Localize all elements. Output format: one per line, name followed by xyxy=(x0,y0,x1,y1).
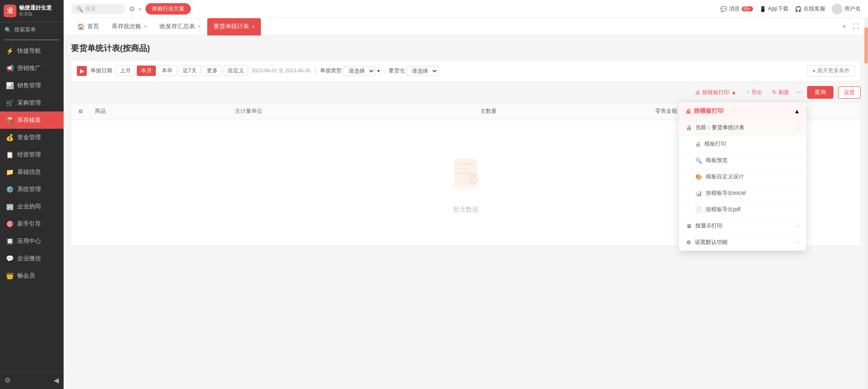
filter-toggle-button[interactable]: ▶ xyxy=(77,66,87,76)
tab-close-icon[interactable]: × xyxy=(252,24,254,29)
tab-close-icon[interactable]: × xyxy=(198,24,200,29)
sidebar-item-basic[interactable]: 📁 基础信息 xyxy=(0,163,64,181)
search-icon: 🔍 xyxy=(5,27,11,33)
tab-order-stats[interactable]: 要货单统计表 × xyxy=(207,18,261,35)
export-pdf-label: 按模板导出pdf xyxy=(706,206,741,213)
current-template-label: 当前：要货单统计表 xyxy=(695,124,744,131)
pdf-icon: 📄 xyxy=(695,207,702,213)
print-current-template[interactable]: 🖨 当前：要货单统计表 › xyxy=(679,120,806,136)
topbar-search[interactable]: 🔍 搜索 xyxy=(71,4,125,14)
settings-icon[interactable]: ⚙ xyxy=(5,376,10,384)
finance-icon: 💰 xyxy=(5,134,14,141)
date-btn-more[interactable]: 更多 xyxy=(203,66,222,76)
expand-icon: ▾ xyxy=(813,68,815,74)
template-export-pdf-item[interactable]: 📄 按模板导出pdf xyxy=(679,202,806,218)
set-default-item[interactable]: ⚙ 设置默认功能 › xyxy=(679,234,806,251)
settings-button[interactable]: 设置 xyxy=(838,86,861,99)
print-icon: 🖨 xyxy=(695,89,700,96)
date-btn-custom[interactable]: 自定义 xyxy=(224,66,248,76)
sidebar-item-sales[interactable]: 📊 销售管理 xyxy=(0,77,64,94)
table-header-settings[interactable]: ⚙ xyxy=(71,103,90,120)
customer-service-button[interactable]: 🎧 在线客服 xyxy=(795,5,825,13)
sidebar-item-apps[interactable]: 🔲 应用中心 xyxy=(0,232,64,250)
template-preview-item[interactable]: 🔍 模板预览 xyxy=(679,152,806,169)
expand-conditions-button[interactable]: ▾ 展开更多条件 xyxy=(808,65,855,76)
excel-icon: 📊 xyxy=(695,190,702,197)
sidebar-item-finance[interactable]: 💰 资金管理 xyxy=(0,129,64,146)
user-name: 用户名 xyxy=(844,5,861,13)
print-dropdown-header[interactable]: 🖨 按模板打印 ▲ xyxy=(679,102,806,120)
goods-label: 要货仓 xyxy=(389,67,405,75)
sidebar-item-quick-nav[interactable]: ⚡ 快捷导航 xyxy=(0,42,64,60)
export-label: 导出 xyxy=(751,89,762,96)
sidebar-item-member[interactable]: 👑 畅会员 xyxy=(0,267,64,284)
sidebar-item-system[interactable]: ⚙️ 系统管理 xyxy=(0,181,64,198)
date-btn-this-year[interactable]: 本年 xyxy=(158,66,177,76)
date-btn-7days[interactable]: 近7天 xyxy=(179,66,201,76)
search-menu[interactable]: 🔍 搜索菜单 xyxy=(0,22,64,37)
message-icon: 💬 xyxy=(720,6,727,12)
template-export-excel-item[interactable]: 📊 按模板导出excel xyxy=(679,185,806,202)
trial-button[interactable]: 体验行业方案 xyxy=(145,3,191,15)
quick-nav-icon: ⚡ xyxy=(5,47,14,55)
print-label: 按模板打印 xyxy=(702,89,729,96)
display-print-item[interactable]: 🖥 按显示打印 › xyxy=(679,218,806,234)
more-icon[interactable]: ··· xyxy=(797,88,803,96)
expand-label: 展开更多条件 xyxy=(817,67,850,75)
tab-close-window-icon[interactable]: × xyxy=(841,22,848,31)
sidebar-item-purchase[interactable]: 🛒 采购管理 xyxy=(0,94,64,111)
message-badge: 99+ xyxy=(742,6,753,11)
tab-close-icon[interactable]: × xyxy=(144,24,147,29)
sidebar-item-wechat[interactable]: 💬 企业微信 xyxy=(0,250,64,267)
operations-icon: 📋 xyxy=(5,151,14,158)
tab-home[interactable]: 🏠 首页 xyxy=(71,18,105,35)
headset-icon: 🎧 xyxy=(795,6,802,12)
message-button[interactable]: 💬 消息 99+ xyxy=(720,5,753,13)
collapse-icon[interactable]: ◀ xyxy=(54,376,59,384)
sidebar-item-operations[interactable]: 📋 经营管理 xyxy=(0,146,64,163)
tabs-right-controls: × ⛶ xyxy=(841,22,861,31)
tab-batch-account[interactable]: 库存批次账 × xyxy=(105,18,153,35)
sidebar-item-inventory[interactable]: 📦 库存核算 xyxy=(0,111,64,129)
sidebar-item-guide[interactable]: 🎯 新手引导 xyxy=(0,215,64,232)
sidebar-item-label: 采购管理 xyxy=(17,99,41,107)
display-print-label: 按显示打印 xyxy=(695,222,723,230)
export-button[interactable]: ↑ 导出 xyxy=(744,87,765,98)
query-button[interactable]: 查询 xyxy=(807,86,833,99)
system-icon: ⚙️ xyxy=(5,186,14,193)
sidebar-item-label: 销售管理 xyxy=(17,81,41,90)
goods-select[interactable]: 请选择 xyxy=(407,66,439,76)
tab-maximize-icon[interactable]: ⛶ xyxy=(851,22,861,31)
app-download-button[interactable]: 📱 App下载 xyxy=(759,5,788,13)
search-icon: 🔍 xyxy=(76,6,83,12)
template-print-icon: 🖨 xyxy=(695,141,701,147)
set-default-label: 设置默认功能 xyxy=(695,238,728,246)
template-print-item[interactable]: 🖨 模板打印 xyxy=(679,136,806,152)
user-avatar[interactable]: 用户名 xyxy=(832,4,861,15)
tab-receipt-summary[interactable]: 收发存汇总表 × xyxy=(153,18,207,35)
sidebar-item-label: 基础信息 xyxy=(17,168,41,176)
content-area: 要货单统计表(按商品) ▶ 单据日期 上月 本月 本年 近7天 更多 自定义 2… xyxy=(64,35,868,389)
collapse-icon: ▲ xyxy=(794,108,800,115)
topbar-gear-icon[interactable]: ⚙ xyxy=(129,5,135,13)
dropdown-icon: ▾ xyxy=(377,68,380,74)
date-filter-buttons: 上月 本月 本年 近7天 更多 自定义 xyxy=(116,66,248,76)
refresh-button[interactable]: ↻ 刷新 xyxy=(769,87,792,98)
scrollbar-thumb[interactable] xyxy=(864,27,868,64)
template-design-item[interactable]: 🎨 模板自定义设计 xyxy=(679,169,806,185)
print-button[interactable]: 🖨 按模板打印 ▲ xyxy=(692,87,739,98)
chevron-right-icon: › xyxy=(797,240,799,245)
date-btn-prev-month[interactable]: 上月 xyxy=(116,66,135,76)
template-design-label: 模板自定义设计 xyxy=(706,173,744,181)
right-scrollbar[interactable] xyxy=(864,18,868,389)
order-type-select[interactable]: 请选择 xyxy=(344,66,375,76)
sidebar-item-marketing[interactable]: 📢 营销推广 xyxy=(0,60,64,77)
date-btn-this-month[interactable]: 本月 xyxy=(137,66,156,76)
filter-bar: ▶ 单据日期 上月 本月 本年 近7天 更多 自定义 2023-06-01 至 … xyxy=(71,60,861,81)
sidebar-item-enterprise[interactable]: 🏢 企业协同 xyxy=(0,198,64,215)
member-icon: 👑 xyxy=(5,272,14,279)
sidebar-item-label: 库存核算 xyxy=(17,116,41,124)
print-header-label: 按模板打印 xyxy=(694,107,723,115)
sales-icon: 📊 xyxy=(5,82,14,89)
table-header-unit: 主计量单位 xyxy=(229,103,475,120)
